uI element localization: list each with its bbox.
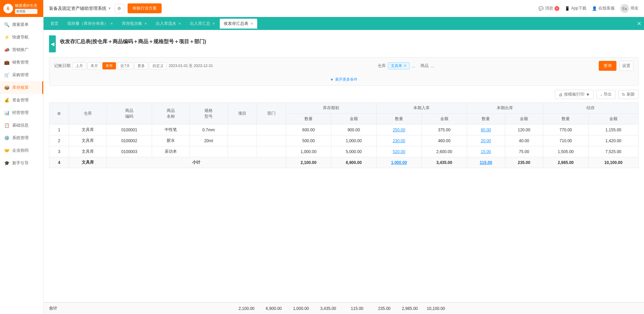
expand-conditions-button[interactable]: ▼ 展开更多条件 [330, 77, 358, 82]
system-icon: ⚙️ [4, 135, 10, 141]
th-out-amt: 金额 [505, 114, 543, 125]
sidebar-item-label: 采购管理 [12, 72, 29, 78]
system-selector[interactable]: 装备及固定资产辅助管理系统 ▼ [49, 5, 111, 12]
tab-home[interactable]: 首页 [46, 19, 63, 29]
sidebar-item-search[interactable]: 🔍搜索菜单 [0, 18, 43, 31]
date-btn-7days[interactable]: 近7天 [117, 62, 133, 69]
cell-in-qty: 520.00 [376, 146, 422, 157]
sidebar-item-operation[interactable]: 📊经营管理 [0, 106, 43, 119]
cell-opening-amt: 900.00 [331, 125, 376, 135]
tab-collect-summary-close[interactable]: ✕ [250, 22, 253, 26]
date-btn-custom[interactable]: 自定义 [149, 62, 167, 69]
tab-in-out-flow[interactable]: 出入库流水 ✕ [152, 19, 185, 29]
footer-opening-amt: 6,900.00 [254, 306, 282, 311]
cell-project [228, 135, 257, 146]
warehouse-filter: 仓库 文具库 ✕ ... [378, 62, 415, 69]
cell-balance-amt: 7,525.00 [588, 146, 638, 157]
sidebar-item-sales[interactable]: 💼销售管理 [0, 56, 43, 69]
sidebar-logo: 6 [3, 4, 13, 13]
expand-label: 展开更多条件 [335, 77, 358, 82]
sidebar-item-finance[interactable]: 💰资金管理 [0, 94, 43, 106]
sidebar-header: 6 畅捷通好生意 标准版 [0, 0, 43, 17]
tab-batch-ledger[interactable]: 库存批次账 ✕ [118, 19, 151, 29]
tabs-close-all-button[interactable]: ✕ [637, 20, 641, 27]
cell-out-qty: 80.00 [467, 125, 505, 135]
sidebar-item-inventory[interactable]: 📦库存核算 [0, 81, 43, 94]
app-download-item[interactable]: 📱 App下载 [565, 5, 587, 11]
print-arrow-icon: ▼ [586, 92, 590, 97]
cell-name: 中性笔 [152, 125, 190, 135]
th-spec: 规格型号 [189, 103, 228, 125]
date-btn-this-month[interactable]: 本月 [87, 62, 101, 69]
cell-code: 0100003 [107, 146, 152, 157]
warehouse-tag-close[interactable]: ✕ [403, 64, 407, 68]
tab-batch-ledger-label: 库存批次账 [122, 21, 142, 27]
online-support-item[interactable]: 👤 在线客服 [592, 5, 615, 11]
user-name: 用友 [630, 5, 639, 11]
sidebar-badge: 标准版 [15, 9, 37, 14]
footer-in-qty: 1,000.00 [282, 306, 309, 311]
sidebar-navigation: 🔍搜索菜单⚡快捷导航📣营销推广💼销售管理🛒采购管理📦库存核算💰资金管理📊经营管理… [0, 17, 43, 314]
settings-button[interactable]: ⚙ [115, 4, 124, 13]
export-button[interactable]: ↓ 导出 [596, 90, 615, 99]
goods-filter: 商品 ... [420, 63, 434, 69]
tab-batch-ledger-close[interactable]: ✕ [144, 22, 147, 26]
footer-balance-qty: 2,985.00 [391, 306, 418, 311]
date-btn-this-year[interactable]: 本年 [102, 62, 116, 69]
cell-out-amt: 120.00 [505, 125, 543, 135]
sidebar-item-newbie[interactable]: 🎓新手引导 [0, 157, 43, 169]
sidebar-item-purchase[interactable]: 🛒采购管理 [0, 69, 43, 81]
app-icon: 📱 [565, 6, 570, 11]
search-icon: 🔍 [4, 22, 10, 28]
message-badge: 6 [555, 6, 559, 11]
cell-opening-amt: 5,000.00 [331, 146, 376, 157]
tab-collect-summary-label: 收发存汇总表 [224, 21, 248, 27]
cell-in-amt: 460.00 [422, 135, 467, 146]
cell-warehouse: 文具库 [69, 125, 107, 135]
sidebar-item-label: 资金管理 [12, 97, 29, 103]
sidebar-item-basic-info[interactable]: 📋基础信息 [0, 119, 43, 132]
th-balance-group: 结存 [543, 103, 638, 114]
date-btn-more[interactable]: 更多 [134, 62, 148, 69]
date-filter-label: 记账日期 [54, 63, 70, 69]
query-button[interactable]: 查询 [599, 61, 616, 71]
date-btn-last-month[interactable]: 上月 [72, 62, 86, 69]
tab-in-out-flow-close[interactable]: ✕ [178, 22, 181, 26]
warehouse-ellipsis-button[interactable]: ... [412, 64, 415, 68]
tab-in-out-summary-close[interactable]: ✕ [212, 22, 215, 26]
cell-spec [189, 146, 228, 157]
subtotal-out-amt: 235.00 [505, 157, 543, 168]
tab-collect-summary[interactable]: 收发存汇总表 ✕ [220, 19, 257, 29]
print-button[interactable]: 🖨 按模板打印 ▼ [555, 90, 594, 99]
subtotal-opening-amt: 6,900.00 [331, 157, 376, 168]
cell-in-amt: 375.00 [422, 125, 467, 135]
tab-in-out-summary[interactable]: 出入库汇总 ✕ [186, 19, 219, 29]
header-left: 装备及固定资产辅助管理系统 ▼ ⚙ 体验行业方案 [49, 3, 162, 13]
cell-dept [257, 146, 286, 157]
filter-settings-button[interactable]: 设置 [619, 61, 633, 71]
cell-in-amt: 2,600.00 [422, 146, 467, 157]
operation-icon: 📊 [4, 110, 10, 116]
trial-button[interactable]: 体验行业方案 [128, 3, 162, 13]
th-out-group: 本期出库 [467, 103, 543, 114]
filter-actions: 查询 设置 [599, 61, 633, 71]
sidebar-item-quick-nav[interactable]: ⚡快捷导航 [0, 31, 43, 44]
tab-inventory-dist[interactable]: 现存量（库存分布表） ✕ [63, 19, 117, 29]
sidebar-collapse-button[interactable]: ◀ [49, 35, 56, 52]
tab-inventory-dist-close[interactable]: ✕ [110, 22, 113, 26]
sidebar-item-enterprise[interactable]: 🤝企业协同 [0, 144, 43, 157]
cell-opening-qty: 500.00 [286, 135, 331, 146]
goods-ellipsis-button[interactable]: ... [431, 64, 434, 68]
goods-filter-label: 商品 [420, 63, 429, 69]
refresh-button[interactable]: ↻ 刷新 [618, 90, 639, 99]
support-icon: 👤 [592, 6, 597, 11]
sidebar-item-marketing[interactable]: 📣营销推广 [0, 44, 43, 56]
avatar: Ea [620, 4, 629, 13]
user-item[interactable]: Ea 用友 [620, 4, 639, 13]
th-settings-icon[interactable]: ⚙ [49, 103, 69, 125]
export-label: 导出 [604, 92, 612, 97]
message-item[interactable]: 💬 消息 6 [539, 5, 559, 11]
sidebar-item-system[interactable]: ⚙️系统管理 [0, 132, 43, 144]
sales-icon: 💼 [4, 60, 10, 65]
warehouse-filter-label: 仓库 [378, 63, 386, 69]
